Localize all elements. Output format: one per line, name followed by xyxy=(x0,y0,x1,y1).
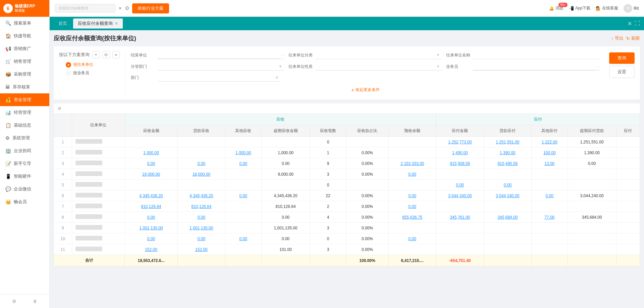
cell-ap_amount[interactable] xyxy=(436,169,484,180)
cell-ar_loan[interactable]: 1,001,135.00 xyxy=(177,223,225,233)
cell-ar_loan[interactable]: 0.00 xyxy=(177,158,225,169)
topbar-arrow-icon[interactable]: ▼ xyxy=(118,6,122,11)
cell-ar_amount[interactable]: 810,126.64 xyxy=(125,201,178,212)
sidebar-item-guide[interactable]: 📝 新手引导 xyxy=(0,157,49,170)
cell-ar_advance[interactable]: 655,636.75 xyxy=(388,212,436,223)
cell-ap_amount[interactable]: 1,490.00 xyxy=(436,147,484,158)
cell-ar_amount[interactable]: 0.00 xyxy=(125,158,178,169)
partner-nature-dropdown[interactable]: ▼ xyxy=(315,63,442,71)
partner-category-dropdown[interactable]: ▼ xyxy=(315,51,442,59)
sidebar-item-sales[interactable]: 🛒 销售管理 xyxy=(0,55,49,68)
cell-ar_other[interactable] xyxy=(225,223,261,233)
cell-ap_other[interactable]: 100.00 xyxy=(531,147,568,158)
sub-dept-dropdown[interactable]: ▼ xyxy=(158,74,281,82)
filter-group-option-salesman[interactable]: ○ 按业务员 xyxy=(59,70,120,76)
sidebar-item-wechat[interactable]: 💬 企业微信 xyxy=(0,183,49,195)
cell-ap_amount[interactable] xyxy=(436,233,484,244)
cell-ar_other[interactable]: 1,000.00 xyxy=(225,147,261,158)
sidebar-item-basic[interactable]: 📋 基础信息 xyxy=(0,119,49,132)
cell-ar_other[interactable] xyxy=(225,180,261,190)
tab-close-all-icon[interactable]: ✕ xyxy=(628,20,632,27)
cell-ar_amount[interactable]: 152.00 xyxy=(125,244,178,255)
cell-ar_advance[interactable]: 0.00 xyxy=(388,233,436,244)
notice-button[interactable]: 🔔 消息 99+ xyxy=(549,5,564,11)
cell-ar_advance[interactable]: 0.00 xyxy=(388,169,436,180)
cell-ap_amount[interactable]: 3,044,240.00 xyxy=(436,190,484,201)
cell-ar_loan[interactable]: 0.00 xyxy=(177,212,225,223)
cell-ar_loan[interactable]: 152.00 xyxy=(177,244,225,255)
sidebar-item-hardware[interactable]: 📱 智能硬件 xyxy=(0,170,49,183)
collapse-button[interactable]: ∧ 收起更多条件 xyxy=(131,85,600,95)
service-button[interactable]: 💁 在线客服 xyxy=(596,5,618,11)
salesman-input[interactable] xyxy=(473,62,595,70)
cell-ar_other[interactable]: 0.00 xyxy=(225,190,261,201)
cell-ap_loan[interactable]: 345,684.00 xyxy=(484,212,531,223)
cell-ar_other[interactable] xyxy=(225,212,261,223)
cell-ar_advance[interactable]: 2,153,333.00 xyxy=(388,158,436,169)
cell-ar_amount[interactable]: 1,000.00 xyxy=(125,147,178,158)
cell-ar_amount[interactable]: 18,000.00 xyxy=(125,169,178,180)
cell-ap_other[interactable]: 77.00 xyxy=(531,212,568,223)
cell-ar_advance[interactable]: 0.00 xyxy=(388,201,436,212)
sidebar-item-purchase[interactable]: 📦 采购管理 xyxy=(0,68,49,81)
sidebar-item-operation[interactable]: 📊 经营管理 xyxy=(0,106,49,119)
cell-ap_amount[interactable]: 915,508.56 xyxy=(436,158,484,169)
solution-button[interactable]: 体验行业方案 xyxy=(132,3,169,13)
cell-ap_loan[interactable]: 0.00 xyxy=(484,180,531,190)
dept-dropdown[interactable]: ▼ xyxy=(158,63,284,71)
cell-ap_other[interactable] xyxy=(531,223,568,233)
sidebar-item-search[interactable]: 🔍 搜索菜单 xyxy=(0,17,49,30)
tab-query[interactable]: 应收应付余额查询 ✕ xyxy=(73,18,123,29)
settlement-dots-icon[interactable]: ··· xyxy=(281,53,284,57)
cell-ap_loan[interactable] xyxy=(484,169,531,180)
sidebar-collapse-btn[interactable]: ⏸ xyxy=(33,299,37,304)
cell-ar_other[interactable] xyxy=(225,201,261,212)
cell-ar_other[interactable]: 0.00 xyxy=(225,158,261,169)
topbar-gear-icon[interactable]: ⚙ xyxy=(125,5,129,11)
filter-add-button[interactable]: + xyxy=(92,51,100,58)
tab-home[interactable]: 首页 xyxy=(54,18,72,29)
cell-ap_loan[interactable]: 3,044,240.00 xyxy=(484,190,531,201)
user-avatar[interactable]: R Rit xyxy=(624,4,639,13)
cell-ap_loan[interactable] xyxy=(484,244,531,255)
sidebar-item-finance[interactable]: 💰 资金管理 xyxy=(0,93,49,106)
cell-ar_advance[interactable] xyxy=(388,137,436,147)
cell-ap_amount[interactable]: 1,252,773.00 xyxy=(436,137,484,147)
cell-ap_amount[interactable] xyxy=(436,244,484,255)
address-bar[interactable]: 应收应付余额查询 xyxy=(55,4,115,12)
cell-ar_loan[interactable] xyxy=(177,147,225,158)
cell-ap_loan[interactable]: 1,390.00 xyxy=(484,147,531,158)
query-button[interactable]: 查询 xyxy=(609,52,635,64)
cell-ar_loan[interactable] xyxy=(177,180,225,190)
cell-ar_other[interactable]: 0.00 xyxy=(225,233,261,244)
sidebar-item-enterprise[interactable]: 🏢 企业协同 xyxy=(0,144,49,157)
cell-ap_loan[interactable]: 1,251,551.00 xyxy=(484,137,531,147)
cell-ap_amount[interactable]: 0.00 xyxy=(436,180,484,190)
cell-ap_other[interactable] xyxy=(531,180,568,190)
settlement-input[interactable] xyxy=(158,51,280,59)
filter-settings-button[interactable]: ⊙ xyxy=(102,51,110,58)
cell-ar_amount[interactable] xyxy=(125,180,178,190)
setting-button[interactable]: 设置 xyxy=(609,66,635,78)
sidebar-item-quick[interactable]: 🏠 快捷导航 xyxy=(0,30,49,42)
sidebar-item-system[interactable]: ⚙ 系统管理 xyxy=(0,132,49,144)
cell-ap_loan[interactable]: 915,495.56 xyxy=(484,158,531,169)
cell-ar_amount[interactable]: 0.00 xyxy=(125,212,178,223)
cell-ar_amount[interactable]: 0.00 xyxy=(125,233,178,244)
cell-ar_amount[interactable]: 4,345,436.20 xyxy=(125,190,178,201)
cell-ap_amount[interactable]: 345,761.00 xyxy=(436,212,484,223)
cell-ar_amount[interactable] xyxy=(125,137,178,147)
cell-ar_loan[interactable] xyxy=(177,137,225,147)
cell-ap_loan[interactable] xyxy=(484,201,531,212)
app-download-button[interactable]: 📲 App下载 xyxy=(569,5,590,11)
cell-ar_amount[interactable]: 1,001,135.00 xyxy=(125,223,178,233)
cell-ar_other[interactable] xyxy=(225,169,261,180)
sidebar-item-marketing[interactable]: 📢 营销推广 xyxy=(0,42,49,55)
cell-ar_advance[interactable] xyxy=(388,180,436,190)
refresh-button[interactable]: ↻ 刷新 xyxy=(626,35,640,41)
cell-ap_amount[interactable] xyxy=(436,201,484,212)
cell-ap_other[interactable] xyxy=(531,233,568,244)
cell-ar_loan[interactable]: 4,345,436.20 xyxy=(177,190,225,201)
tab-close-icon[interactable]: ✕ xyxy=(115,21,118,26)
cell-ar_loan[interactable]: 0.00 xyxy=(177,233,225,244)
